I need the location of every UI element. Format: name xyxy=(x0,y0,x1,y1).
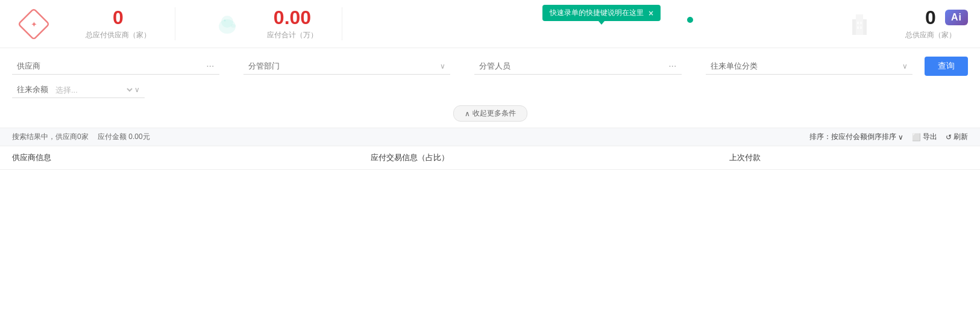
stat-payable-suppliers-value: 0 xyxy=(113,7,124,28)
results-summary: 搜索结果中，供应商0家 应付金额 0.00元 xyxy=(12,132,150,142)
building-icon xyxy=(844,8,875,40)
refresh-icon: ↺ xyxy=(946,133,952,141)
balance-label: 往来余额 xyxy=(17,84,48,95)
stat-payable-total: 0.00 应付合计（万） xyxy=(243,7,342,40)
stat-total-suppliers-value: 0 xyxy=(925,7,936,28)
stat-total-suppliers-label: 总供应商（家） xyxy=(905,30,956,40)
svg-text:✦: ✦ xyxy=(31,20,37,29)
person-input[interactable] xyxy=(515,61,668,70)
collapse-btn[interactable]: ∧ 收起更多条件 xyxy=(453,105,527,122)
export-icon: ⬜ xyxy=(912,133,921,141)
stat-payable-total-label: 应付合计（万） xyxy=(267,30,318,40)
svg-rect-9 xyxy=(860,22,862,24)
supplier-dots[interactable]: ··· xyxy=(206,61,214,72)
collapse-icon: ∧ xyxy=(465,110,470,118)
svg-point-5 xyxy=(224,19,226,21)
ai-badge[interactable]: Ai xyxy=(945,10,968,25)
unit-class-input[interactable] xyxy=(762,61,903,70)
results-bar: 搜索结果中，供应商0家 应付金额 0.00元 排序：按应付会额倒序排序 ∨ ⬜ … xyxy=(0,128,980,146)
col-header-transaction: 应付交易信息（占比） xyxy=(371,152,729,163)
collapse-label: 收起更多条件 xyxy=(473,108,516,119)
unit-class-label: 往来单位分类 xyxy=(711,61,758,72)
person-label: 分管人员 xyxy=(479,61,510,72)
person-dots[interactable]: ··· xyxy=(668,61,676,72)
col-header-lastpay: 上次付款 xyxy=(729,152,969,163)
tooltip-close-btn[interactable]: × xyxy=(649,8,653,18)
results-actions: 排序：按应付会额倒序排序 ∨ ⬜ 导出 ↺ 刷新 xyxy=(809,132,968,142)
svg-rect-10 xyxy=(857,26,859,29)
unit-class-field[interactable]: 往来单位分类 ∨ xyxy=(706,58,913,75)
supplier-field[interactable]: 供应商 ··· xyxy=(12,58,219,75)
query-button[interactable]: 查询 xyxy=(925,57,968,76)
export-button[interactable]: ⬜ 导出 xyxy=(912,132,937,142)
refresh-button[interactable]: ↺ 刷新 xyxy=(946,132,968,142)
unit-class-arrow[interactable]: ∨ xyxy=(902,62,908,70)
sort-button[interactable]: 排序：按应付会额倒序排序 ∨ xyxy=(809,132,903,142)
supplier-input[interactable] xyxy=(45,61,206,70)
results-amount: 应付金额 0.00元 xyxy=(98,132,150,141)
svg-rect-8 xyxy=(857,22,859,24)
export-label: 导出 xyxy=(923,132,937,142)
dept-label: 分管部门 xyxy=(248,61,280,72)
empty-table-area xyxy=(0,170,980,310)
dept-arrow[interactable]: ∨ xyxy=(440,62,445,70)
stat-payable-suppliers-label: 总应付供应商（家） xyxy=(86,30,151,40)
person-field[interactable]: 分管人员 ··· xyxy=(474,58,682,75)
dept-input[interactable] xyxy=(284,61,441,70)
svg-rect-7 xyxy=(856,14,863,35)
tooltip-text: 快速录单的快捷键说明在这里 xyxy=(550,8,644,18)
dept-field[interactable]: 分管部门 ∨ xyxy=(243,58,451,75)
sort-arrow[interactable]: ∨ xyxy=(898,133,903,141)
search-row-1: 供应商 ··· 分管部门 ∨ 分管人员 ··· 往来单位分类 ∨ 查询 xyxy=(12,57,968,76)
svg-rect-11 xyxy=(860,26,862,29)
search-bar: 供应商 ··· 分管部门 ∨ 分管人员 ··· 往来单位分类 ∨ 查询 xyxy=(0,48,980,98)
sort-label: 排序：按应付会额倒序排序 xyxy=(809,132,896,142)
balance-arrow[interactable]: ∨ xyxy=(134,85,140,94)
shortcut-tooltip: 快速录单的快捷键说明在这里 × xyxy=(542,5,661,21)
supplier-label: 供应商 xyxy=(17,61,40,72)
table-header: 供应商信息 应付交易信息（占比） 上次付款 xyxy=(0,146,980,170)
stat-payable-total-value: 0.00 xyxy=(274,7,311,28)
results-text: 搜索结果中，供应商0家 xyxy=(12,132,89,141)
piggy-icon xyxy=(212,8,243,40)
svg-point-4 xyxy=(231,24,236,28)
search-row-2: 往来余额 选择... ∨ xyxy=(12,82,968,98)
stat-payable-suppliers: 0 总应付供应商（家） xyxy=(61,7,175,40)
collapse-more-section: ∧ 收起更多条件 xyxy=(0,103,980,128)
balance-select[interactable]: 选择... xyxy=(53,85,134,95)
col-header-supplier: 供应商信息 xyxy=(12,152,371,163)
balance-field[interactable]: 往来余额 选择... ∨ xyxy=(12,82,145,98)
logo-icon: ✦ xyxy=(18,8,49,40)
stats-bar: ✦ 0 总应付供应商（家） 0.00 应付合计（万） 快速录单的快捷键说明在这里… xyxy=(0,0,980,48)
refresh-label: 刷新 xyxy=(953,132,968,142)
tooltip-dot xyxy=(687,17,693,23)
